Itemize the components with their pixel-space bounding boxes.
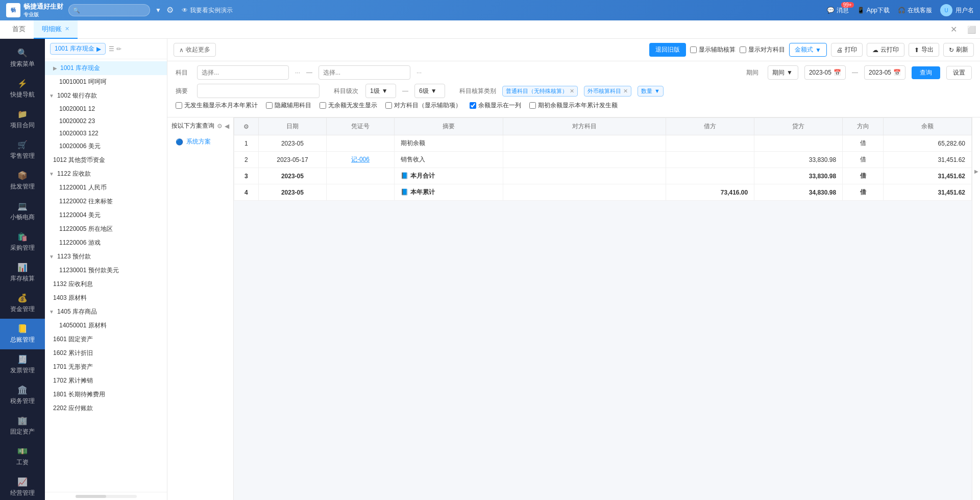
tree-item-11220005[interactable]: 11220005 所在地区 [45, 222, 167, 236]
tree-item-11220006[interactable]: 11220006 游戏 [45, 236, 167, 250]
category-tag-3[interactable]: 数量 ▼ [638, 86, 664, 97]
tab-home[interactable]: 首页 [4, 20, 34, 39]
topbar-search-box[interactable]: 🔍 [68, 4, 150, 16]
sidebar-item-capital[interactable]: 💰 资金管理 [0, 288, 45, 319]
refresh-button[interactable]: ↻ 刷新 [943, 43, 974, 57]
tree-item-11230001[interactable]: 11230001 预付款美元 [45, 264, 167, 277]
tree-item-1403[interactable]: 1403 原材料 [45, 291, 167, 305]
tree-item-10020001[interactable]: 10020001 12 [45, 103, 167, 115]
sidebar-item-retail[interactable]: 🛒 零售管理 [0, 135, 45, 165]
cb-hide-aux-input[interactable] [266, 102, 273, 109]
tree-item-10020006[interactable]: 10020006 美元 [45, 139, 167, 153]
sidebar-item-ledger[interactable]: 📒 总账管理 [0, 319, 45, 349]
cb-show-contra[interactable]: 对方科目（显示辅助项） [385, 101, 461, 110]
cb-no-balance[interactable]: 无余额无发生显示 [320, 101, 377, 110]
tree-item-10020002[interactable]: 10020002 23 [45, 115, 167, 127]
category-tag-1-close[interactable]: ✕ [570, 88, 574, 94]
tree-item-1702[interactable]: 1702 累计摊销 [45, 374, 167, 388]
period-to-input[interactable]: 2023-05 📅 [864, 65, 905, 80]
cb-period-balance[interactable]: 期初余额显示本年累计发生额 [529, 101, 618, 110]
gear-icon[interactable]: ⚙ [166, 5, 177, 15]
sidebar-item-tax[interactable]: 🏛️ 税务管理 [0, 380, 45, 411]
list-view-icon[interactable]: ☰ [109, 45, 114, 53]
query-option-system[interactable]: 🔵 系统方案 [172, 134, 229, 149]
cb-hide-aux[interactable]: 隐藏辅用科目 [266, 101, 311, 110]
show-aux-input[interactable] [690, 46, 697, 53]
sidebar-item-salary[interactable]: 💵 工资 [0, 441, 45, 472]
tree-item-1405[interactable]: ▼ 1405 库存商品 [45, 305, 167, 319]
show-aux-checkbox[interactable]: 显示辅助核算 [690, 45, 736, 54]
export-button[interactable]: ⬆ 导出 [909, 43, 939, 57]
edit-icon[interactable]: ✏ [116, 45, 121, 53]
query-settings-icon[interactable]: ⚙ [217, 123, 223, 130]
currency-style-button[interactable]: 金额式 ▼ [789, 43, 827, 57]
print-button[interactable]: 🖨 打印 [831, 43, 863, 57]
tree-item-10020003[interactable]: 10020003 122 [45, 127, 167, 139]
tree-item-1122[interactable]: ▼ 1122 应收款 [45, 167, 167, 181]
tree-item-11220001[interactable]: 11220001 人民币 [45, 181, 167, 195]
period-type-select[interactable]: 期间 ▼ [768, 65, 798, 80]
cb-no-occur-input[interactable] [176, 102, 182, 109]
category-tag-2[interactable]: 外币核算科目 ✕ [584, 86, 631, 97]
tree-item-1001[interactable]: ▶ 1001 库存现金 [45, 61, 167, 75]
cb-balance-one-row[interactable]: 余额显示在一列 [470, 101, 521, 110]
sidebar-item-purchase[interactable]: 🛍️ 采购管理 [0, 227, 45, 257]
show-contra-input[interactable] [740, 46, 746, 53]
sidebar-item-search[interactable]: 🔍 搜索菜单 [0, 43, 45, 74]
sidebar-item-inventory[interactable]: 📊 库存核算 [0, 257, 45, 288]
level-from-select[interactable]: 1级 ▼ [365, 84, 396, 98]
setting-button[interactable]: 设置 [946, 66, 972, 80]
subject-input-2[interactable] [318, 65, 410, 80]
tree-item-11220004[interactable]: 11220004 美元 [45, 208, 167, 222]
tab-close-icon[interactable]: ✕ [65, 26, 69, 32]
sidebar-item-operations[interactable]: 📈 经营管理 [0, 472, 45, 500]
account-tag[interactable]: 1001 库存现金 ▶ [50, 43, 106, 55]
cb-no-balance-input[interactable] [320, 102, 326, 109]
right-collapse-panel[interactable]: ▶ [972, 117, 980, 500]
tree-item-1602[interactable]: 1602 累计折旧 [45, 346, 167, 360]
tree-item-1002[interactable]: ▼ 1002 银行存款 [45, 89, 167, 103]
table-settings-icon[interactable]: ⚙ [243, 123, 249, 130]
tab-detail[interactable]: 明细账 ✕ [34, 20, 78, 39]
summary-input[interactable] [197, 84, 320, 98]
tree-item-14050001[interactable]: 14050001 原材料 [45, 319, 167, 332]
tree-item-1132[interactable]: 1132 应收利息 [45, 277, 167, 291]
sidebar-item-ecommerce[interactable]: 💻 小畅电商 [0, 196, 45, 227]
demo-link[interactable]: 👁 我要看实例演示 [182, 6, 233, 15]
window-close-button[interactable]: ✕ [944, 25, 963, 34]
user-profile[interactable]: U 用户名 [940, 4, 974, 16]
tree-item-2202[interactable]: 2202 应付账款 [45, 401, 167, 415]
sidebar-item-project[interactable]: 📁 项目合同 [0, 104, 45, 135]
window-expand-button[interactable]: ⬜ [963, 26, 980, 34]
sidebar-item-invoice[interactable]: 🧾 发票管理 [0, 349, 45, 380]
online-service-button[interactable]: 🎧 在线客服 [898, 6, 932, 15]
show-contra-checkbox[interactable]: 显示对方科目 [740, 45, 785, 54]
topbar-dropdown[interactable]: ▼ [155, 7, 161, 14]
period-from-input[interactable]: 2023-05 📅 [804, 65, 846, 80]
cell-voucher-2[interactable]: 记-006 [326, 152, 394, 168]
return-old-button[interactable]: 退回旧版 [649, 43, 686, 57]
tree-item-1801[interactable]: 1801 长期待摊费用 [45, 388, 167, 401]
collapse-arrow-icon[interactable]: ▶ [974, 169, 978, 174]
tree-item-10010001[interactable]: 10010001 呵呵呵 [45, 75, 167, 89]
cb-period-balance-input[interactable] [529, 102, 536, 109]
subject-input[interactable] [197, 65, 289, 80]
sidebar-item-quick[interactable]: ⚡ 快捷导航 [0, 74, 45, 104]
cloud-print-button[interactable]: ☁ 云打印 [867, 43, 904, 57]
tree-item-1701[interactable]: 1701 无形资产 [45, 360, 167, 374]
sidebar-item-assets[interactable]: 🏢 固定资产 [0, 411, 45, 441]
message-button[interactable]: 💬 消息 99+ [827, 6, 849, 15]
tree-item-1123[interactable]: ▼ 1123 预付款 [45, 250, 167, 264]
app-download-button[interactable]: 📱 App下载 [857, 6, 890, 15]
query-button[interactable]: 查询 [912, 66, 940, 79]
tree-item-1012[interactable]: 1012 其他货币资金 [45, 153, 167, 167]
tree-item-11220002[interactable]: 11220002 往来标签 [45, 195, 167, 208]
level-to-select[interactable]: 6级 ▼ [414, 84, 445, 98]
tree-item-1601[interactable]: 1601 固定资产 [45, 332, 167, 346]
expand-more-button[interactable]: ∧ 收起更多 [174, 43, 216, 57]
sidebar-item-wholesale[interactable]: 📦 批发管理 [0, 165, 45, 196]
col-settings[interactable]: ⚙ [234, 118, 259, 135]
cb-no-occur[interactable]: 无发生额显示本月本年累计 [176, 101, 258, 110]
cb-balance-one-row-input[interactable] [470, 102, 476, 109]
category-tag-2-close[interactable]: ✕ [623, 88, 628, 94]
